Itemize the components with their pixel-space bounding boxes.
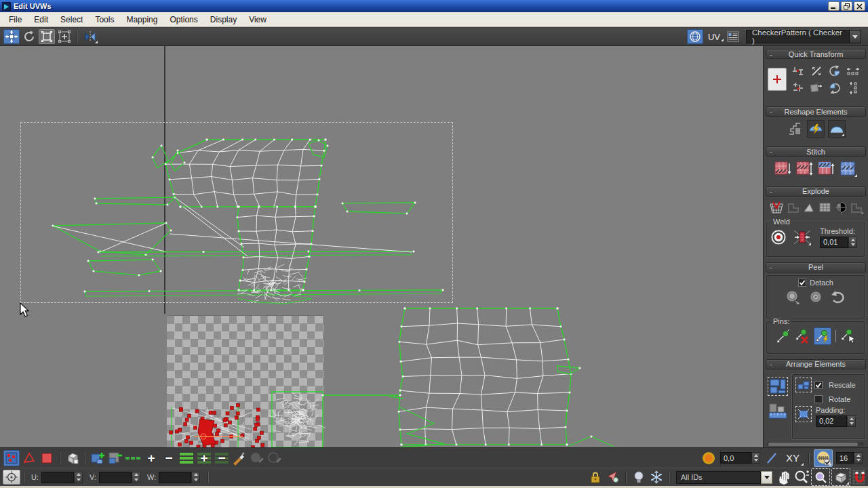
flatten-custom-icon[interactable] — [786, 200, 800, 215]
detach-checkbox[interactable] — [798, 279, 806, 287]
edge-ring-button[interactable] — [178, 450, 195, 466]
flatten-by-polygon-button[interactable] — [818, 200, 832, 215]
grid-size-spinner[interactable]: 16 — [836, 452, 863, 464]
w-value[interactable] — [159, 472, 191, 483]
rollout-header-arrange[interactable]: - Arrange Elements — [766, 359, 866, 369]
rollout-header-explode[interactable]: - Explode — [766, 186, 866, 197]
menu-mapping[interactable]: Mapping — [120, 14, 163, 26]
v-value[interactable] — [99, 472, 132, 483]
rescale-checkbox[interactable] — [814, 381, 823, 389]
align-vertical-button[interactable] — [792, 82, 804, 94]
u-value[interactable] — [41, 472, 74, 483]
pack-full-icon[interactable] — [795, 406, 812, 422]
face-mode-button[interactable] — [39, 450, 55, 466]
material-id-arrow[interactable] — [761, 471, 772, 484]
peel-mode-button[interactable] — [808, 289, 824, 306]
align-horizontal-button[interactable] — [792, 65, 804, 77]
relax-tool-button[interactable] — [828, 120, 846, 138]
grid-snap-toggle-button[interactable] — [814, 449, 833, 467]
weld-selected-button[interactable] — [793, 228, 812, 246]
texture-list-arrow[interactable] — [849, 30, 861, 43]
space-vertical-button[interactable] — [848, 81, 858, 95]
vertex-mode-button[interactable] — [3, 450, 20, 466]
ring-shrink-button[interactable]: − — [214, 450, 230, 466]
pack-normalize-button[interactable] — [768, 377, 788, 396]
quick-peel-button[interactable] — [785, 289, 802, 306]
align-to-box-button[interactable] — [810, 82, 823, 94]
stitch-target-button[interactable] — [839, 160, 858, 178]
material-id-dropdown[interactable]: All IDs — [676, 471, 772, 484]
flatten-by-angle-button[interactable] — [802, 200, 816, 215]
center-pivot-button[interactable] — [768, 68, 787, 91]
stitch-custom-button[interactable] — [774, 160, 793, 178]
rotate-tool-button[interactable] — [21, 29, 37, 44]
edge-mode-button[interactable] — [21, 450, 37, 466]
snap-magnet-button[interactable] — [852, 469, 865, 485]
element-mode-button[interactable] — [64, 450, 81, 466]
show-hidden-bulb-button[interactable] — [631, 469, 647, 485]
padding-spinner[interactable]: 0,02 — [816, 415, 856, 427]
menu-tools[interactable]: Tools — [89, 14, 120, 26]
rescale-elements-button[interactable] — [768, 401, 788, 420]
pack-together-icon[interactable] — [795, 378, 812, 392]
break-button[interactable] — [768, 199, 785, 216]
pan-button[interactable] — [776, 469, 792, 485]
straighten-selection-button[interactable] — [786, 120, 804, 138]
u-spinner[interactable] — [41, 472, 83, 483]
freeze-snowflake-button[interactable] — [648, 469, 665, 485]
rollout-header-peel[interactable]: - Peel — [766, 262, 866, 272]
absolute-offset-toggle[interactable] — [3, 470, 20, 485]
zoom-region-button[interactable] — [811, 468, 830, 486]
select-pinned-button[interactable] — [840, 328, 856, 344]
loop-grow-button[interactable]: + — [143, 450, 159, 466]
paint-grow-button[interactable] — [249, 450, 265, 466]
shrink-selection-button[interactable] — [108, 450, 124, 466]
rotate-checkbox[interactable] — [814, 395, 823, 403]
restore-button[interactable] — [841, 1, 852, 11]
menu-edit[interactable]: Edit — [28, 14, 54, 26]
select-element-button[interactable] — [605, 469, 621, 485]
grid-size-value[interactable]: 16 — [836, 452, 854, 464]
panel-scrollbar[interactable] — [767, 442, 865, 446]
flatten-by-smoothing-button[interactable] — [833, 200, 848, 215]
padding-value[interactable]: 0,02 — [816, 415, 847, 427]
rotate-cw-button[interactable] — [828, 81, 842, 95]
zoom-button[interactable] — [793, 469, 810, 485]
menu-display[interactable]: Display — [204, 14, 243, 26]
falloff-color-swatch[interactable] — [701, 450, 717, 466]
uv-editor-viewport[interactable] — [0, 46, 763, 447]
menu-file[interactable]: File — [3, 14, 28, 26]
loop-shrink-button[interactable]: − — [161, 450, 177, 466]
falloff-spinner[interactable]: 0,0 — [720, 452, 760, 464]
threshold-value[interactable]: 0,01 — [820, 237, 848, 248]
options-dialog-button[interactable] — [725, 29, 741, 44]
scale-tool-button[interactable] — [39, 29, 55, 44]
rotate-ccw-button[interactable] — [828, 64, 842, 78]
reset-peel-button[interactable] — [829, 289, 847, 306]
freeform-tool-button[interactable] — [56, 29, 73, 44]
title-bar[interactable]: Edit UVWs — [0, 0, 868, 12]
paint-select-button[interactable] — [231, 450, 248, 466]
relax-until-flat-button[interactable] — [807, 120, 825, 138]
threshold-spinner[interactable]: 0,01 — [820, 237, 857, 248]
edge-distortion-button[interactable] — [764, 450, 780, 466]
panel-scrollbar-thumb[interactable] — [768, 443, 858, 446]
auto-pin-button[interactable] — [814, 327, 831, 345]
menu-options[interactable]: Options — [163, 14, 203, 26]
grow-selection-button[interactable] — [90, 450, 106, 466]
mirror-tool-button[interactable] — [82, 29, 98, 44]
collapse-icon[interactable]: - — [766, 50, 776, 58]
zoom-extents-button[interactable] — [831, 468, 850, 486]
target-weld-button[interactable] — [770, 228, 787, 246]
move-tool-button[interactable] — [3, 29, 20, 44]
stitch-source-button[interactable] — [817, 160, 836, 178]
ring-grow-button[interactable]: + — [196, 450, 212, 466]
w-spinner[interactable] — [159, 472, 200, 483]
stitch-average-button[interactable] — [795, 160, 814, 178]
edge-loop-button[interactable] — [125, 450, 142, 466]
linear-align-button[interactable] — [810, 65, 823, 77]
uv-coords-button[interactable]: UV — [704, 32, 724, 42]
space-horizontal-button[interactable] — [846, 66, 860, 76]
lock-selection-button[interactable] — [587, 469, 604, 485]
rollout-header-stitch[interactable]: - Stitch — [766, 146, 866, 157]
